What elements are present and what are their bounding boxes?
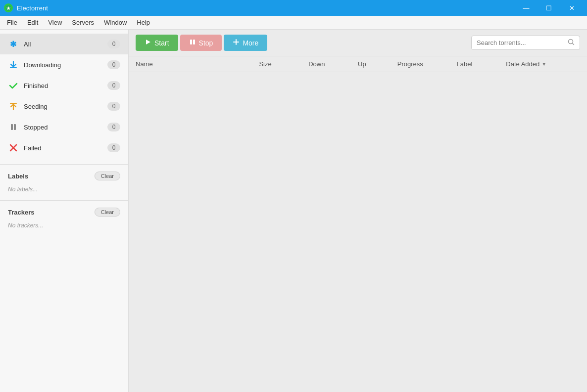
trackers-title: Trackers [8,209,35,216]
app-body: ✱ All 0 Downloading 0 [0,30,587,392]
sidebar-item-all-label: All [24,41,102,48]
labels-header: Labels Clear [8,172,120,180]
sidebar-item-all-count: 0 [107,40,120,48]
menubar: File Edit View Servers Window Help [0,16,587,30]
search-input[interactable] [477,39,565,46]
col-down-header: Down [308,60,358,68]
window-controls: — ☐ ✕ [515,0,583,16]
sidebar-item-failed[interactable]: Failed 0 [0,137,128,158]
torrent-table: Name Size Down Up Progress Label Date Ad… [129,56,587,392]
labels-title: Labels [8,173,28,180]
app-title: Electorrent [17,4,48,12]
menu-edit[interactable]: Edit [22,17,43,28]
trackers-header: Trackers Clear [8,208,120,217]
toolbar: Start Stop More [129,30,587,56]
table-empty-area [129,72,587,319]
upload-icon [8,101,19,112]
more-label: More [243,39,258,47]
search-icon [568,39,575,47]
menu-window[interactable]: Window [99,17,132,28]
check-icon [8,80,19,91]
start-button[interactable]: Start [136,35,178,51]
col-label-header: Label [457,60,506,68]
svg-rect-6 [190,40,192,44]
svg-text:✱: ✱ [10,40,17,48]
sort-icon: ▼ [541,61,546,67]
asterisk-icon: ✱ [8,39,19,49]
sidebar-item-seeding-label: Seeding [24,103,102,110]
table-header: Name Size Down Up Progress Label Date Ad… [129,56,587,72]
sidebar-item-stopped-count: 0 [107,123,120,131]
menu-file[interactable]: File [2,17,22,28]
col-up-header: Up [358,60,397,68]
trackers-empty-text: No trackers... [8,222,43,229]
col-progress-header: Progress [397,60,457,68]
col-date-header: Date Added ▼ [506,60,580,68]
menu-servers[interactable]: Servers [67,17,99,28]
labels-empty-text: No labels... [8,186,38,193]
start-label: Start [154,39,169,47]
sidebar-item-failed-count: 0 [107,143,120,152]
menu-view[interactable]: View [43,17,67,28]
minimize-button[interactable]: — [515,0,538,16]
svg-marker-5 [146,40,150,44]
titlebar-left: ★ Electorrent [4,3,48,12]
titlebar: ★ Electorrent — ☐ ✕ [0,0,587,16]
sidebar-divider-2 [0,200,128,201]
sidebar-nav: ✱ All 0 Downloading 0 [0,30,128,162]
sidebar-item-downloading-count: 0 [107,60,120,69]
svg-rect-3 [11,124,13,130]
plus-icon [233,39,240,47]
main-content: Start Stop More [129,30,587,392]
cross-icon [8,142,19,153]
trackers-clear-button[interactable]: Clear [95,208,120,217]
play-icon [145,39,151,47]
svg-rect-7 [193,40,195,44]
col-name-header: Name [136,60,259,68]
menu-help[interactable]: Help [132,17,155,28]
sidebar: ✱ All 0 Downloading 0 [0,30,129,392]
sidebar-item-all[interactable]: ✱ All 0 [0,34,128,54]
sidebar-item-finished-count: 0 [107,81,120,90]
download-icon [8,59,19,70]
sidebar-item-failed-label: Failed [24,144,102,152]
search-container [471,36,580,50]
pause-icon [8,122,19,132]
labels-clear-button[interactable]: Clear [95,172,120,180]
svg-rect-4 [14,124,16,130]
sidebar-item-finished-label: Finished [24,82,102,89]
labels-section: Labels Clear No labels... [0,167,128,198]
sidebar-item-stopped[interactable]: Stopped 0 [0,117,128,137]
pause-btn-icon [189,39,196,47]
sidebar-item-stopped-label: Stopped [24,124,102,131]
more-button[interactable]: More [224,35,267,51]
trackers-section: Trackers Clear No trackers... [0,203,128,234]
sidebar-item-seeding[interactable]: Seeding 0 [0,96,128,117]
stop-label: Stop [199,39,213,47]
stop-button[interactable]: Stop [180,35,222,51]
col-size-header: Size [259,60,308,68]
close-button[interactable]: ✕ [560,0,583,16]
svg-text:★: ★ [6,6,11,11]
sidebar-item-downloading[interactable]: Downloading 0 [0,54,128,75]
maximize-button[interactable]: ☐ [538,0,560,16]
sidebar-item-downloading-label: Downloading [24,61,102,69]
sidebar-item-finished[interactable]: Finished 0 [0,75,128,96]
sidebar-divider-1 [0,164,128,165]
sidebar-item-seeding-count: 0 [107,102,120,111]
app-icon: ★ [4,3,13,12]
